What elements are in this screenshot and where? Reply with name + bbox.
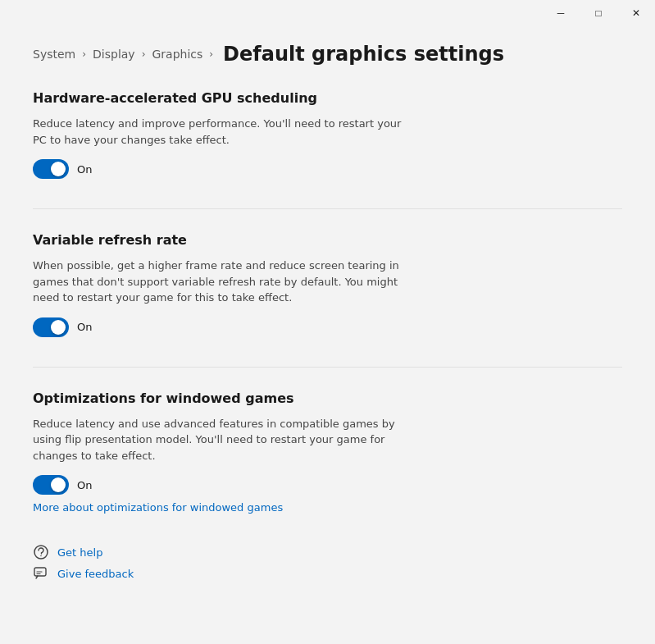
variable-refresh-toggle-label: On — [77, 321, 92, 333]
variable-refresh-title: Variable refresh rate — [33, 232, 622, 248]
breadcrumb-display[interactable]: Display — [93, 48, 135, 61]
title-bar: ─ □ ✕ — [0, 0, 655, 26]
section-gpu-scheduling: Hardware-accelerated GPU scheduling Redu… — [33, 90, 622, 179]
gpu-scheduling-toggle[interactable] — [33, 159, 69, 179]
main-content: System › Display › Graphics › Default gr… — [0, 26, 655, 644]
variable-refresh-toggle-row: On — [33, 317, 622, 337]
breadcrumb-sep-2: › — [142, 48, 146, 60]
page-title: Default graphics settings — [223, 43, 504, 66]
section-windowed-games: Optimizations for windowed games Reduce … — [33, 367, 622, 515]
variable-refresh-toggle[interactable] — [33, 317, 69, 337]
help-icon — [33, 544, 49, 560]
close-button[interactable]: ✕ — [617, 0, 655, 26]
give-feedback-row[interactable]: Give feedback — [33, 565, 622, 582]
get-help-link[interactable]: Get help — [57, 546, 102, 559]
windowed-games-title: Optimizations for windowed games — [33, 391, 622, 406]
toggle-thumb — [51, 162, 66, 176]
windowed-games-desc: Reduce latency and use advanced features… — [33, 416, 410, 464]
maximize-button[interactable]: □ — [580, 0, 617, 26]
svg-point-1 — [40, 555, 41, 556]
footer-links: Get help Give feedback — [33, 544, 622, 582]
toggle-thumb — [51, 477, 66, 492]
toggle-thumb — [51, 320, 66, 335]
windowed-games-link[interactable]: More about optimizations for windowed ga… — [33, 501, 283, 514]
variable-refresh-desc: When possible, get a higher frame rate a… — [33, 258, 410, 306]
breadcrumb-sep-1: › — [82, 48, 86, 60]
give-feedback-link[interactable]: Give feedback — [57, 568, 134, 580]
windowed-games-toggle[interactable] — [33, 475, 69, 495]
gpu-scheduling-title: Hardware-accelerated GPU scheduling — [33, 90, 622, 106]
breadcrumb-graphics[interactable]: Graphics — [152, 48, 202, 61]
windowed-games-toggle-row: On — [33, 475, 622, 495]
section-variable-refresh: Variable refresh rate When possible, get… — [33, 208, 622, 337]
get-help-row[interactable]: Get help — [33, 544, 622, 560]
breadcrumb-system[interactable]: System — [33, 48, 75, 61]
gpu-scheduling-desc: Reduce latency and improve performance. … — [33, 116, 410, 148]
windowed-games-toggle-label: On — [77, 479, 92, 491]
gpu-scheduling-toggle-row: On — [33, 159, 622, 179]
minimize-button[interactable]: ─ — [542, 0, 580, 26]
feedback-icon — [33, 565, 49, 582]
breadcrumb: System › Display › Graphics › Default gr… — [33, 43, 622, 66]
breadcrumb-sep-3: › — [209, 48, 213, 60]
gpu-scheduling-toggle-label: On — [77, 163, 92, 176]
